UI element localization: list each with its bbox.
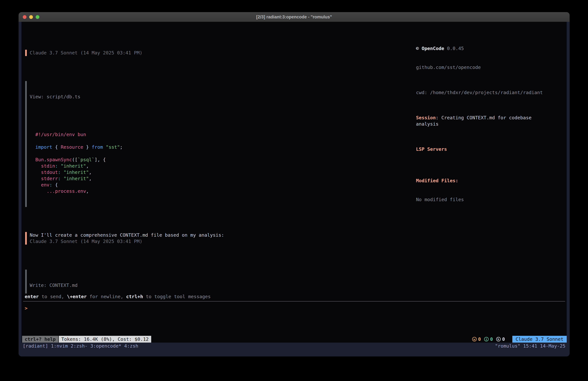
zoom-button[interactable] [36,15,39,19]
cwd-line: cwd: /home/thdxr/dev/projects/radiant/ra… [416,90,567,96]
terminal-body: Claude 3.7 Sonnet (14 May 2025 03:41 PM)… [19,22,570,343]
tmux-session-windows[interactable]: [radiant] 1:nvim 2:zsh- 3:opencode* 4:zs… [23,343,138,349]
help-shortcut-chip: ctrl+? help [22,336,58,343]
modified-files-heading: Modified Files: [416,178,567,184]
message-accent-bar [25,50,27,56]
tool-view-label: View: script/db.ts [30,94,123,100]
info-counter: i 0 [484,336,496,342]
tool-write-label: Write: CONTEXT.md [30,282,309,289]
info-sidebar: © OpenCode 0.0.45 github.com/sst/opencod… [416,22,567,293]
tool-view-block: View: script/db.ts #!/usr/bin/env bun im… [25,81,416,207]
repo-link: github.com/sst/opencode [416,64,567,70]
code-preview: #!/usr/bin/env bun import { Resource } f… [30,132,123,194]
keybinding-hint: enter to send, \+enter for newline, ctrl… [23,293,565,300]
hint-icon: h [496,337,501,341]
tokens-cost-chip: Tokens: 16.4K (8%), Cost: $0.12 [59,336,151,343]
warning-counter: w 0 [472,336,484,342]
window-title: [2/3] radiant:3:opencode - "romulus" [256,15,332,20]
message-text: Now I'll create a comprehensive CONTEXT.… [27,232,224,245]
close-button[interactable] [23,15,26,19]
tmux-host-clock: "romulus" 15:41 14-May-25 [495,343,566,349]
message-accent-bar [25,232,27,245]
session-title: Session: Creating CONTEXT.md for codebas… [416,115,567,127]
opencode-app: Claude 3.7 Sonnet (14 May 2025 03:41 PM)… [21,22,567,343]
chat-history[interactable]: Claude 3.7 Sonnet (14 May 2025 03:41 PM)… [21,22,416,293]
warning-icon: w [472,337,477,341]
tool-accent-bar [25,269,27,293]
hint-counter: h 0 [496,336,508,342]
prompt-input[interactable]: > [23,305,565,336]
composer: enter to send, \+enter for newline, ctrl… [21,293,567,336]
window-titlebar: [2/3] radiant:3:opencode - "romulus" [19,12,570,22]
desktop: { "titlebar": { "title": "[2/3] radiant:… [0,0,588,381]
prompt-caret: > [25,305,27,311]
lsp-servers-heading: LSP Servers [416,146,567,152]
tmux-status-bar: [radiant] 1:nvim 2:zsh- 3:opencode* 4:zs… [19,343,570,349]
app-name-version: © OpenCode 0.0.45 [416,45,567,52]
diagnostics-counters: w 0 i 0 h 0 [472,336,508,343]
modified-files-empty: No modified files [416,197,567,203]
assistant-message: Claude 3.7 Sonnet (14 May 2025 03:41 PM) [25,50,416,56]
minimize-button[interactable] [29,15,33,19]
status-bar: ctrl+? help Tokens: 16.4K (8%), Cost: $0… [21,336,567,343]
terminal-window: [2/3] radiant:3:opencode - "romulus" Cla… [19,12,570,357]
terminal-bottom-padding [19,349,570,357]
model-badge[interactable]: Claude 3.7 Sonnet [512,336,567,343]
traffic-lights [23,12,39,22]
info-icon: i [484,337,489,341]
composer-divider [23,301,565,302]
assistant-message: Now I'll create a comprehensive CONTEXT.… [25,232,416,245]
tool-write-block: Write: CONTEXT.md # Radiant Project Guid… [25,269,416,293]
tool-accent-bar [25,81,27,207]
message-meta: Claude 3.7 Sonnet (14 May 2025 03:41 PM) [27,50,142,56]
